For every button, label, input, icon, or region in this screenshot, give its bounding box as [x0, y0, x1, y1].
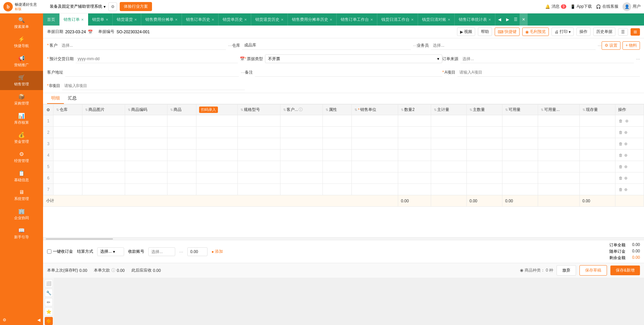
tab-summary[interactable]: 汇总: [64, 93, 81, 104]
row-delete-icon-2[interactable]: 🗑: [619, 130, 623, 135]
sort-available-icon[interactable]: ⇅: [505, 108, 508, 112]
sidebar-item-basic[interactable]: 📋 基础信息: [0, 167, 43, 186]
discard-button[interactable]: 放弃: [557, 265, 576, 276]
delivery-calendar-icon[interactable]: 📅: [240, 56, 245, 61]
tab-daily-clear-reconcile[interactable]: 钱货日清对账 ✕: [418, 13, 455, 26]
history-btn[interactable]: 历史单据: [593, 28, 615, 36]
horizontal-scrollbar[interactable]: [46, 238, 113, 240]
print-btn[interactable]: 🖨 打印 ▾: [552, 28, 574, 36]
sidebar-item-sales[interactable]: 🛒 销售管理: [0, 71, 43, 90]
sort-unit-icon[interactable]: ⇅: [354, 108, 357, 112]
one-click-checkbox[interactable]: [47, 249, 51, 254]
tab-sales-invoice[interactable]: 销货单 ✕: [88, 13, 113, 26]
tab-sales-order[interactable]: 销售订单 ✕: [60, 13, 88, 26]
row-copy-icon-5[interactable]: ⊕: [624, 164, 628, 169]
tab-close-sales-order[interactable]: ✕: [81, 18, 84, 22]
row-delete-icon-5[interactable]: 🗑: [619, 164, 623, 169]
account-more-btn[interactable]: ···: [179, 249, 183, 254]
sidebar-item-purchase[interactable]: 📦 采购管理: [0, 90, 43, 109]
tab-close-sales-order-history[interactable]: ✕: [212, 18, 214, 22]
online-service-btn[interactable]: 🎧 在线客服: [596, 4, 618, 9]
system-name-dropdown[interactable]: 装备及固定资产辅助管理系统 ▾: [50, 4, 106, 9]
right-icon-5[interactable]: 🔶: [45, 317, 53, 325]
add-payment-btn[interactable]: ● 添加: [212, 249, 223, 254]
sidebar-settings-icon[interactable]: ⚙: [3, 318, 6, 322]
sidebar-item-finance[interactable]: 💰 资金管理: [0, 128, 43, 148]
tab-close-sales-invoice[interactable]: ✕: [106, 18, 108, 22]
tab-prev-btn[interactable]: ◀: [495, 13, 503, 26]
salesperson-more-btn[interactable]: ···: [598, 43, 602, 48]
warehouse-more-btn[interactable]: ···: [413, 43, 417, 48]
sort-attr-icon[interactable]: ⇅: [326, 108, 328, 112]
sort-warehouse-icon[interactable]: ⇅: [56, 108, 59, 112]
tab-sales-return-history[interactable]: 销货退货历史 ✕: [251, 13, 288, 26]
sort-available2-icon[interactable]: ⇅: [541, 108, 543, 112]
row-delete-icon-6[interactable]: 🗑: [619, 176, 623, 180]
tab-detail[interactable]: 明细: [47, 93, 64, 104]
tab-sales-expense-history[interactable]: 销售费用分摊单历史 ✕: [288, 13, 337, 26]
profit-btn[interactable]: ◉ 毛利预览: [522, 28, 549, 36]
tab-close-sales-expense[interactable]: ✕: [175, 18, 178, 22]
app-download-btn[interactable]: 📱 App下载: [570, 4, 592, 9]
notification-btn[interactable]: 🔔 消息 9: [545, 4, 566, 9]
sort-product-icon[interactable]: ⇅: [170, 108, 173, 112]
settings-icon[interactable]: ⚙: [108, 2, 117, 11]
invoice-type-select[interactable]: 不开票 ▾: [265, 54, 442, 63]
tab-sales-stats[interactable]: 销售订单统计表 ✕: [455, 13, 495, 26]
sort-main-unit-icon[interactable]: ⇅: [434, 108, 437, 112]
sidebar-item-enterprise[interactable]: 🏢 企业协同: [0, 205, 43, 224]
scan-button[interactable]: 扫码录入: [199, 107, 218, 113]
save-draft-button[interactable]: 保存草稿: [579, 265, 607, 276]
salesperson-input[interactable]: [431, 41, 596, 50]
payment-amount-input[interactable]: [187, 247, 207, 256]
row-delete-icon-1[interactable]: 🗑: [619, 119, 623, 123]
row-copy-icon-7[interactable]: ⊕: [624, 187, 628, 192]
tab-sales-order-history[interactable]: 销售订单历史 ✕: [182, 13, 219, 26]
tab-sales-return[interactable]: 销货退货 ✕: [113, 13, 141, 26]
sidebar-item-guide[interactable]: 📖 新手引导: [0, 224, 43, 243]
sidebar-item-search[interactable]: 🔍 搜索菜单: [0, 13, 43, 33]
sidebar-item-operations[interactable]: ⚙ 经营管理: [0, 148, 43, 167]
sidebar-item-inventory[interactable]: 📊 库存核算: [0, 109, 43, 128]
shortcut-btn[interactable]: ⌨ 快捷键: [495, 28, 520, 36]
address-more-btn[interactable]: ···: [241, 70, 245, 75]
row-delete-icon-7[interactable]: 🗑: [619, 187, 623, 192]
calendar-icon[interactable]: 📅: [88, 30, 93, 34]
tab-close-sales-invoice-history[interactable]: ✕: [244, 18, 247, 22]
user-btn[interactable]: 👤 用户: [622, 2, 641, 11]
sort-customer-code-icon[interactable]: ⇅: [283, 108, 286, 112]
tab-sales-invoice-history[interactable]: 销货单历史 ✕: [219, 13, 251, 26]
settings-btn[interactable]: ⚙设置: [602, 41, 620, 50]
customer-input[interactable]: [60, 41, 226, 50]
row-copy-icon-4[interactable]: ⊕: [624, 153, 628, 158]
tab-close-sales-stats[interactable]: ✕: [488, 18, 491, 22]
warehouse-input[interactable]: [242, 41, 411, 50]
tab-close-sales-return-history[interactable]: ✕: [281, 18, 283, 22]
customer-more-btn[interactable]: ···: [228, 43, 232, 48]
tab-menu-btn[interactable]: ☰: [512, 13, 520, 26]
layout-grid-btn[interactable]: ⊞: [631, 28, 640, 36]
row-copy-icon-2[interactable]: ⊕: [624, 130, 628, 135]
tab-close-sales-expense-history[interactable]: ✕: [330, 18, 332, 22]
tab-home[interactable]: 首页: [43, 13, 60, 26]
sort-qty2-icon[interactable]: ⇅: [401, 108, 404, 112]
sidebar-item-quick-nav[interactable]: ⚡ 快捷导航: [0, 33, 43, 52]
order-source-more-btn[interactable]: ···: [636, 56, 640, 62]
solution-button[interactable]: 体验行业方案: [120, 2, 152, 11]
a-project-input[interactable]: [457, 68, 640, 77]
tab-next-btn[interactable]: ▶: [503, 13, 512, 26]
tab-sales-workbench[interactable]: 销售订单工作台 ✕: [337, 13, 377, 26]
save-new-button[interactable]: 保存&新增: [610, 266, 640, 275]
one-click-checkout[interactable]: 一键收订金: [47, 249, 73, 254]
sidebar-item-marketing[interactable]: 📢 营销推广: [0, 52, 43, 71]
sort-code-icon[interactable]: ⇅: [128, 108, 130, 112]
right-icon-4[interactable]: ⭐: [45, 308, 53, 316]
tab-daily-clear-workbench[interactable]: 钱货日清工作台 ✕: [377, 13, 418, 26]
b-project-input[interactable]: [62, 81, 245, 90]
tab-close-all-btn[interactable]: ✕: [520, 13, 528, 26]
delivery-date-input[interactable]: [76, 54, 238, 63]
help-btn[interactable]: 帮助: [478, 28, 492, 36]
right-icon-1[interactable]: ⬜: [45, 279, 53, 287]
tab-close-daily-clear-reconcile[interactable]: ✕: [448, 18, 450, 22]
right-icon-2[interactable]: 🔧: [45, 289, 53, 297]
